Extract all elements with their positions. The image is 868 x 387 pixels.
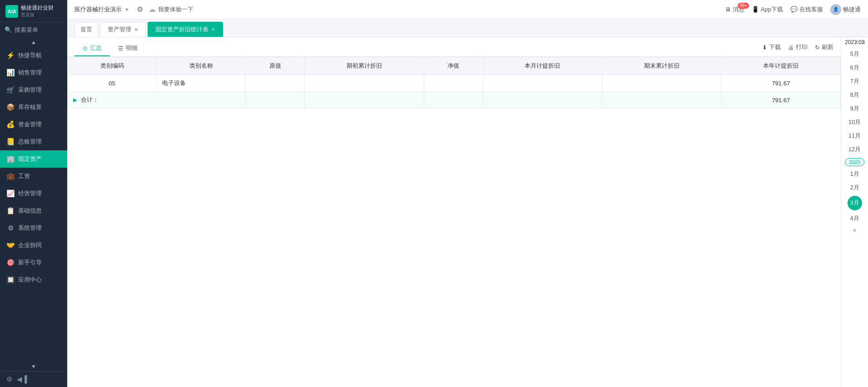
nav-scroll-down[interactable]: ▼: [0, 362, 67, 371]
sidebar-item-system[interactable]: ⚙ 系统管理: [0, 219, 67, 237]
refresh-label: 刷新: [822, 43, 833, 51]
refresh-icon: ↻: [815, 44, 820, 51]
month-1[interactable]: 1月: [841, 167, 868, 181]
month-8[interactable]: 8月: [841, 88, 868, 102]
company-name: 医疗器械行业演示: [74, 5, 122, 14]
subtab-actions: ⬇ 下载 🖨 打印 ↻ 刷新: [762, 43, 833, 54]
expand-icon[interactable]: ⤢: [854, 39, 859, 45]
summary-accum-begin: [305, 92, 424, 109]
month-9[interactable]: 9月: [841, 102, 868, 115]
experience-btn[interactable]: ☁ 我要体验一下: [149, 5, 193, 14]
guide-icon: 🎯: [6, 258, 15, 267]
tabbar: 首页 资产管理 ✕ 固定资产折旧统计表 ✕: [67, 19, 868, 37]
month-4[interactable]: 4月: [841, 212, 868, 225]
fixed-assets-icon: 🏢: [6, 155, 15, 163]
month-7[interactable]: 7月: [841, 74, 868, 88]
col-name: 类别名称: [157, 57, 246, 75]
sidebar-item-ledger[interactable]: 📒 总账管理: [0, 133, 67, 150]
col-code: 类别编码: [68, 57, 157, 75]
purchase-icon: 🛒: [6, 86, 15, 94]
sidebar-nav: ⚡ 快捷导航 📊 销售管理 🛒 采购管理 📦 库存核算 💰 资金管理 📒 总账管…: [0, 47, 67, 362]
month-3-active[interactable]: 3月: [848, 196, 862, 210]
download-icon: ⬇: [762, 44, 767, 51]
user-profile-btn[interactable]: 👤 畅捷通: [830, 4, 861, 15]
depreciation-table: 类别编码 类别名称 原值 期初累计折旧 净值 本月计提折旧 期末累计折旧 本年计…: [67, 57, 841, 109]
date-scroll-down-icon[interactable]: ▼: [841, 225, 868, 236]
sidebar-item-fixed-assets[interactable]: 🏢 固定资产: [0, 150, 67, 168]
sidebar-label-salary: 工资: [18, 172, 30, 180]
sidebar-item-sales[interactable]: 📊 销售管理: [0, 64, 67, 81]
table-row: 05 电子设备 791.67: [68, 75, 841, 92]
summary-month-depr: [483, 92, 602, 109]
tab-home[interactable]: 首页: [74, 22, 98, 37]
sidebar-label-fixed-assets: 固定资产: [18, 155, 42, 163]
month-2[interactable]: 2月: [841, 181, 868, 194]
month-11[interactable]: 11月: [841, 129, 868, 143]
download-btn[interactable]: ⬇ 下载: [762, 43, 781, 51]
collapse-icon[interactable]: ◀▐: [17, 375, 27, 383]
month-10[interactable]: 10月: [841, 115, 868, 129]
messages-btn[interactable]: 🖥 消息 99+: [725, 5, 744, 14]
search-menu[interactable]: 🔍 搜索菜单: [0, 22, 67, 38]
summary-icon: ▶: [73, 97, 77, 103]
tab-depreciation[interactable]: 固定资产折旧统计表 ✕: [148, 22, 223, 37]
online-service-btn[interactable]: 💬 在线客服: [790, 5, 823, 14]
download-label: 下载: [769, 43, 781, 51]
settings-gear-icon[interactable]: ⚙: [137, 5, 143, 14]
funds-icon: 💰: [6, 120, 15, 129]
date-panel: ⤢ ✕ 2023.03 5月 6月 7月 8月 9月 10月 11月 12月 2…: [841, 37, 868, 387]
col-accum-end: 期末累计折旧: [602, 57, 721, 75]
app-download-icon: 📱: [752, 6, 759, 13]
tab-close-asset-mgmt[interactable]: ✕: [134, 27, 138, 33]
sidebar-item-guide[interactable]: 🎯 新手引导: [0, 254, 67, 271]
company-selector[interactable]: 医疗器械行业演示 ▼: [74, 5, 129, 14]
print-label: 打印: [796, 43, 808, 51]
avatar: 👤: [830, 4, 841, 15]
sidebar-item-funds[interactable]: 💰 资金管理: [0, 116, 67, 133]
month-6[interactable]: 6月: [841, 61, 868, 74]
subtab-summary[interactable]: ⊙ 汇总: [74, 41, 110, 56]
sidebar-label-quick-nav: 快捷导航: [18, 51, 42, 60]
year-2023-badge[interactable]: 2023: [845, 158, 864, 166]
sidebar-item-salary[interactable]: 💼 工资: [0, 168, 67, 185]
sidebar-label-apps: 应用中心: [18, 276, 42, 284]
summary-original: [246, 92, 305, 109]
subtab-detail-label: 明细: [126, 44, 138, 52]
app-download-btn[interactable]: 📱 App下载: [752, 5, 783, 14]
logo-subtitle: 普及版: [21, 12, 54, 18]
month-5[interactable]: 5月: [841, 47, 868, 61]
subtab-detail[interactable]: ☰ 明细: [110, 41, 146, 56]
collab-icon: 🤝: [6, 241, 15, 249]
logo-title: 畅捷通好业财: [21, 5, 54, 12]
settings-icon[interactable]: ⚙: [6, 375, 12, 383]
topbar: 医疗器械行业演示 ▼ ⚙ ☁ 我要体验一下 🖥 消息 99+ 📱 App下载 💬…: [67, 0, 868, 19]
refresh-btn[interactable]: ↻ 刷新: [815, 43, 833, 51]
sidebar-item-operations[interactable]: 📈 经营管理: [0, 185, 67, 202]
tab-depreciation-label: 固定资产折旧统计表: [155, 25, 208, 34]
apps-icon: 🔲: [6, 276, 15, 284]
salary-icon: 💼: [6, 172, 15, 180]
sidebar-label-ledger: 总账管理: [18, 138, 42, 146]
topbar-right: 🖥 消息 99+ 📱 App下载 💬 在线客服 👤 畅捷通: [725, 4, 861, 15]
print-btn[interactable]: 🖨 打印: [788, 43, 808, 51]
sidebar-item-purchase[interactable]: 🛒 采购管理: [0, 81, 67, 99]
sidebar-item-inventory[interactable]: 📦 库存核算: [0, 99, 67, 116]
service-icon: 💬: [790, 6, 798, 13]
sidebar-item-apps[interactable]: 🔲 应用中心: [0, 271, 67, 288]
col-net: 净值: [424, 57, 483, 75]
close-date-panel-icon[interactable]: ✕: [861, 39, 866, 46]
sidebar-item-basics[interactable]: 📋 基础信息: [0, 202, 67, 219]
tab-asset-mgmt[interactable]: 资产管理 ✕: [100, 22, 146, 37]
tab-close-depreciation[interactable]: ✕: [211, 27, 215, 33]
sidebar-logo: AtA 畅捷通好业财 普及版: [0, 0, 67, 22]
sidebar-item-collab[interactable]: 🤝 企业协同: [0, 237, 67, 254]
nav-scroll-up[interactable]: ▲: [0, 38, 67, 47]
sidebar-item-quick-nav[interactable]: ⚡ 快捷导航: [0, 47, 67, 64]
sidebar-label-funds: 资金管理: [18, 120, 42, 129]
row-code: 05: [68, 75, 157, 92]
sidebar-label-operations: 经营管理: [18, 189, 42, 198]
quick-nav-icon: ⚡: [6, 51, 15, 60]
message-icon: 🖥: [725, 6, 731, 13]
logo-text-block: 畅捷通好业财 普及版: [21, 5, 54, 18]
month-12[interactable]: 12月: [841, 143, 868, 156]
